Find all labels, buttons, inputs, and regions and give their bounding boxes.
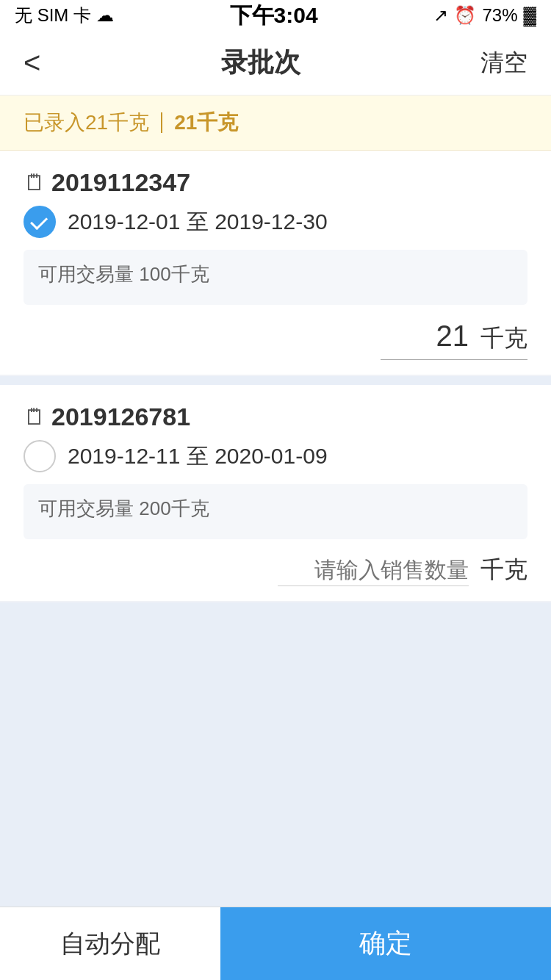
banner-divider — [161, 112, 162, 133]
alarm-icon: ⏰ — [454, 5, 476, 26]
batch1-icon: 🗒 — [24, 170, 46, 195]
batch1-qty-value: 21 — [436, 320, 469, 353]
sim-label: 无 SIM 卡 ☁ — [15, 4, 114, 27]
recorded-label: 已录入21千克 — [24, 109, 149, 137]
batch1-date-range: 2019-12-01 至 2019-12-30 — [68, 207, 328, 237]
battery-icon: ▓ — [523, 5, 536, 26]
batch2-radio[interactable] — [24, 440, 56, 472]
batch2-row[interactable]: 2019-12-11 至 2020-01-09 — [24, 440, 527, 472]
batch2-available: 可用交易量 200千克 — [24, 484, 527, 539]
batch1-card: 🗒 2019112347 2019-12-01 至 2019-12-30 可用交… — [0, 151, 551, 375]
location-icon: ↗ — [433, 5, 448, 26]
clear-button[interactable]: 清空 — [480, 47, 527, 79]
status-left: 无 SIM 卡 ☁ — [15, 4, 114, 27]
batch1-inner: 🗒 2019112347 2019-12-01 至 2019-12-30 可用交… — [0, 151, 551, 305]
nav-bar: < 录批次 清空 — [0, 31, 551, 96]
batch1-available: 可用交易量 100千克 — [24, 250, 527, 305]
batch2-qty-wrapper: 千克 — [0, 539, 551, 601]
status-right: ↗ ⏰ 73% ▓ — [433, 5, 536, 26]
empty-area — [0, 602, 551, 940]
batch1-qty-unit: 千克 — [480, 323, 527, 355]
status-time: 下午3:04 — [230, 1, 318, 31]
batch1-header: 🗒 2019112347 — [24, 168, 527, 197]
batch1-number: 2019112347 — [51, 168, 190, 197]
battery-label: 73% — [482, 5, 517, 26]
batch2-qty-unit: 千克 — [480, 554, 527, 586]
batch1-radio[interactable] — [24, 206, 56, 238]
auto-distribute-button[interactable]: 自动分配 — [0, 907, 220, 980]
recorded-value: 21千克 — [174, 109, 238, 137]
batch2-qty-line: 千克 — [278, 554, 527, 586]
page-title: 录批次 — [221, 45, 300, 81]
batch2-number: 2019126781 — [51, 403, 190, 431]
batch1-row[interactable]: 2019-12-01 至 2019-12-30 — [24, 206, 527, 238]
batch2-icon: 🗒 — [24, 405, 46, 430]
batch1-qty-line: 21 千克 — [436, 320, 528, 355]
batch2-qty-input[interactable] — [278, 558, 469, 586]
separator1 — [0, 376, 551, 385]
confirm-button[interactable]: 确定 — [220, 907, 551, 980]
back-button[interactable]: < — [24, 46, 40, 79]
batch2-header: 🗒 2019126781 — [24, 403, 527, 431]
batch2-date-range: 2019-12-11 至 2020-01-09 — [68, 442, 328, 472]
bottom-bar: 自动分配 确定 — [0, 907, 551, 980]
batch2-card: 🗒 2019126781 2019-12-11 至 2020-01-09 可用交… — [0, 385, 551, 601]
batch2-inner: 🗒 2019126781 2019-12-11 至 2020-01-09 可用交… — [0, 385, 551, 539]
batch1-qty-underline — [381, 359, 527, 360]
status-bar: 无 SIM 卡 ☁ 下午3:04 ↗ ⏰ 73% ▓ — [0, 0, 551, 31]
batch1-qty-wrapper: 21 千克 — [0, 305, 551, 375]
info-banner: 已录入21千克 21千克 — [0, 96, 551, 151]
